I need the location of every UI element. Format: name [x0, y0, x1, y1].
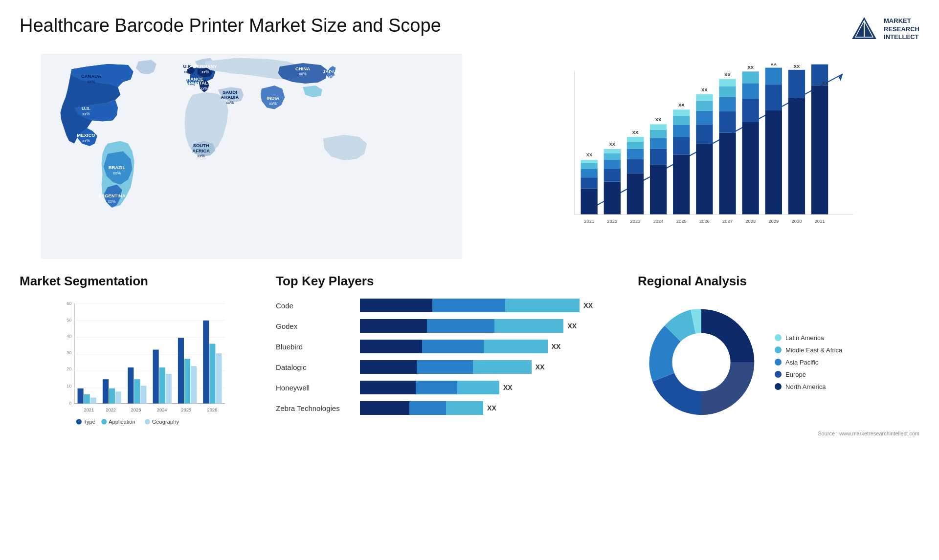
svg-rect-65: [650, 124, 667, 129]
svg-rect-101: [788, 70, 805, 98]
middle-east-label: Middle East & Africa: [785, 346, 842, 354]
svg-text:AFRICA: AFRICA: [192, 148, 210, 153]
bar-chart-svg: XX 2021 XX 2022 XX 2023: [503, 64, 915, 239]
player-row: Code XX: [276, 299, 628, 312]
svg-text:XX: XX: [771, 64, 777, 66]
europe-label: Europe: [785, 371, 806, 378]
svg-text:2029: 2029: [768, 218, 779, 224]
world-map: CANADA xx% U.S. xx% MEXICO xx% BRAZIL xx…: [20, 54, 483, 259]
svg-rect-124: [84, 394, 90, 404]
player-name: Code: [276, 302, 354, 310]
svg-rect-82: [719, 132, 736, 214]
regional-layout: Latin America Middle East & Africa Asia …: [638, 299, 919, 426]
world-map-svg: CANADA xx% U.S. xx% MEXICO xx% BRAZIL xx…: [20, 54, 483, 259]
regional-title: Regional Analysis: [638, 274, 919, 289]
map-section: CANADA xx% U.S. xx% MEXICO xx% BRAZIL xx…: [20, 54, 483, 259]
logo-icon: [850, 15, 879, 44]
svg-text:xx%: xx%: [184, 69, 192, 74]
bar-chart-section: XX 2021 XX 2022 XX 2023: [498, 54, 919, 259]
svg-rect-123: [78, 388, 84, 404]
players-title: Top Key Players: [276, 274, 628, 289]
legend-latin-america: Latin America: [775, 334, 842, 342]
svg-point-147: [76, 419, 82, 424]
svg-rect-91: [742, 83, 759, 99]
svg-text:GERMANY: GERMANY: [193, 64, 217, 69]
players-table: Code XX Godex: [276, 299, 628, 415]
svg-text:XX: XX: [609, 141, 616, 147]
svg-rect-144: [209, 344, 215, 403]
svg-rect-96: [765, 85, 782, 110]
svg-text:ARABIA: ARABIA: [221, 94, 239, 100]
svg-text:2022: 2022: [106, 408, 116, 412]
svg-rect-78: [696, 101, 713, 111]
svg-rect-64: [650, 129, 667, 138]
player-name: Godex: [276, 322, 354, 330]
svg-rect-86: [719, 79, 736, 86]
north-america-label: North America: [785, 383, 826, 390]
svg-text:XX: XX: [632, 129, 639, 135]
svg-text:10: 10: [67, 384, 71, 388]
svg-text:xx%: xx%: [82, 138, 90, 143]
svg-text:2024: 2024: [653, 218, 664, 224]
svg-text:xx%: xx%: [201, 69, 209, 74]
svg-text:U.K.: U.K.: [183, 64, 192, 69]
svg-text:xx%: xx%: [108, 199, 116, 204]
svg-text:XX: XX: [747, 65, 754, 70]
latin-america-color: [775, 334, 782, 341]
svg-text:xx%: xx%: [113, 171, 121, 175]
svg-rect-69: [673, 137, 690, 155]
page-title: Healthcare Barcode Printer Market Size a…: [20, 15, 441, 37]
svg-text:0: 0: [69, 401, 71, 406]
svg-rect-77: [696, 111, 713, 124]
seg-chart: 0 10 20 30 40 50 60 2021: [20, 299, 266, 435]
svg-text:2021: 2021: [584, 218, 594, 224]
svg-text:2021: 2021: [84, 408, 94, 412]
svg-point-149: [101, 419, 107, 424]
svg-rect-63: [650, 138, 667, 149]
svg-rect-48: [604, 169, 621, 182]
svg-text:Application: Application: [109, 419, 135, 425]
svg-rect-128: [109, 388, 115, 404]
svg-rect-62: [650, 149, 667, 165]
svg-rect-56: [627, 149, 644, 159]
svg-text:2030: 2030: [792, 218, 802, 224]
svg-text:40: 40: [67, 334, 71, 339]
svg-rect-61: [650, 165, 667, 214]
player-bar-container: XX: [360, 299, 628, 312]
logo-text: MARKET RESEARCH INTELLECT: [884, 17, 919, 42]
svg-text:xx%: xx%: [197, 153, 205, 158]
top-section: CANADA xx% U.S. xx% MEXICO xx% BRAZIL xx…: [20, 54, 919, 259]
svg-text:2026: 2026: [699, 218, 710, 224]
donut-chart-svg: [638, 299, 765, 426]
svg-text:XX: XX: [794, 64, 800, 69]
svg-rect-42: [581, 169, 598, 177]
svg-rect-143: [203, 321, 209, 404]
svg-rect-68: [673, 155, 690, 215]
svg-text:50: 50: [67, 318, 71, 323]
svg-text:2028: 2028: [745, 218, 756, 224]
svg-text:SAUDI: SAUDI: [223, 89, 237, 95]
svg-rect-95: [765, 110, 782, 215]
svg-rect-132: [134, 379, 140, 403]
svg-rect-85: [719, 86, 736, 97]
svg-rect-58: [627, 137, 644, 141]
svg-rect-89: [742, 122, 759, 215]
svg-text:2022: 2022: [607, 218, 617, 224]
svg-text:xx%: xx%: [226, 100, 234, 105]
regional-section: Regional Analysis: [638, 274, 919, 436]
svg-rect-51: [604, 149, 621, 153]
player-value: XX: [487, 404, 496, 412]
svg-rect-129: [115, 391, 121, 403]
europe-color: [775, 371, 782, 378]
svg-text:XX: XX: [822, 80, 828, 86]
svg-text:MEXICO: MEXICO: [77, 132, 95, 138]
svg-text:XX: XX: [678, 102, 685, 108]
svg-text:2025: 2025: [181, 408, 191, 412]
player-bar-container: XX: [360, 340, 628, 353]
svg-text:xx%: xx%: [186, 86, 194, 91]
svg-text:xx%: xx%: [88, 79, 95, 84]
svg-rect-44: [581, 160, 598, 163]
svg-rect-70: [673, 125, 690, 137]
svg-rect-41: [581, 177, 598, 188]
player-name: Honeywell: [276, 384, 354, 392]
